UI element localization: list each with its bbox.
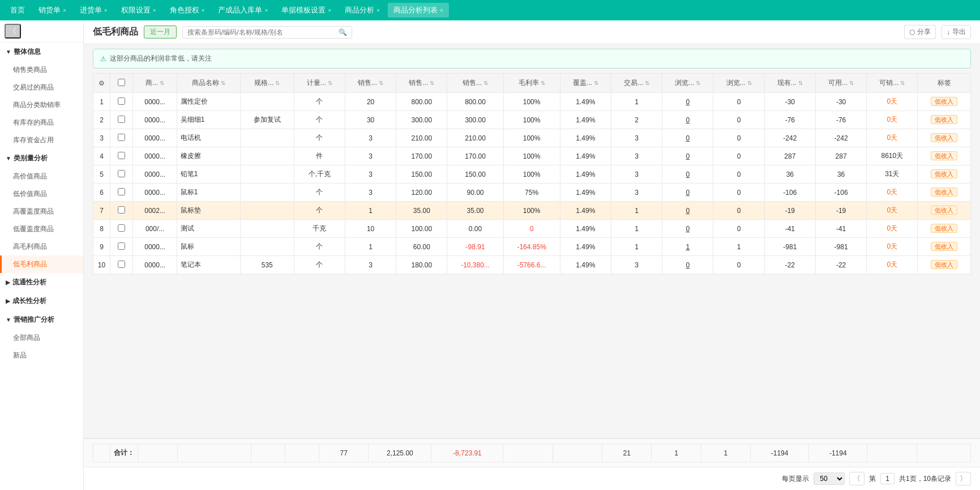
sidebar-item-all-goods[interactable]: 全部商品 [0, 329, 83, 347]
nav-close-product[interactable]: × [264, 7, 268, 14]
pagination-bar: 每页显示 50 100 200 〈 第 1 共1页，10条记录 〉 [84, 467, 980, 490]
col-name[interactable]: 商品名称 ⇅ [177, 74, 240, 93]
row-checkbox[interactable] [110, 165, 133, 184]
nav-sales-order[interactable]: 销货单 × [33, 3, 72, 18]
nav-close-list[interactable]: × [440, 7, 443, 14]
select-all-checkbox[interactable] [118, 79, 125, 86]
col-unit[interactable]: 计量... ⇅ [294, 74, 345, 93]
row-name: 橡皮擦 [177, 147, 240, 165]
sidebar-section-overall[interactable]: ▼ 整体信息 [0, 42, 83, 61]
sidebar-item-new-goods[interactable]: 新品 [0, 347, 83, 364]
nav-close-permissions[interactable]: × [153, 7, 156, 14]
nav-close-template[interactable]: × [328, 7, 331, 14]
nav-template-settings[interactable]: 单据模板设置 × [276, 3, 337, 18]
col-spec[interactable]: 规格... ⇅ [240, 74, 294, 93]
nav-product-analysis[interactable]: 商品分析 × [339, 3, 386, 18]
row-checkbox[interactable] [110, 202, 133, 220]
nav-product-entry[interactable]: 产成品入库单 × [212, 3, 273, 18]
sidebar-item-category-rate[interactable]: 商品分类助销率 [0, 96, 83, 114]
sidebar-collapse-btn[interactable]: 《 [5, 24, 21, 39]
nav-permissions[interactable]: 权限设置 × [115, 3, 162, 18]
nav-close-purchase[interactable]: × [104, 7, 108, 14]
sidebar-item-sales-goods[interactable]: 销售类商品 [0, 61, 83, 79]
sidebar-item-stock-goods[interactable]: 有库存的商品 [0, 114, 83, 131]
row-checkbox[interactable] [110, 147, 133, 165]
row-checkbox[interactable] [110, 184, 133, 202]
row-views1[interactable]: 0 [662, 202, 713, 220]
row-checkbox[interactable] [110, 93, 133, 111]
page-size-select[interactable]: 50 100 200 [814, 472, 845, 485]
row-number: 3 [93, 129, 110, 147]
prev-page-btn[interactable]: 〈 [849, 472, 865, 485]
filter-period-btn[interactable]: 近一月 [144, 25, 177, 39]
col-views2[interactable]: 浏览... ⇅ [713, 74, 764, 93]
sidebar-item-high-coverage[interactable]: 高覆盖度商品 [0, 203, 83, 220]
row-checkbox[interactable] [110, 129, 133, 147]
next-page-btn[interactable]: 〉 [956, 472, 971, 485]
sidebar-section-growth[interactable]: ▶ 成长性分析 [0, 292, 83, 310]
sidebar-item-traded-goods[interactable]: 交易过的商品 [0, 79, 83, 96]
col-sellable[interactable]: 可销... ⇅ [867, 74, 918, 93]
row-views1[interactable]: 0 [662, 147, 713, 165]
col-current-stock[interactable]: 现有... ⇅ [764, 74, 815, 93]
row-checkbox[interactable] [110, 220, 133, 238]
row-views1[interactable]: 1 [662, 238, 713, 256]
row-coverage: 1.49% [560, 129, 611, 147]
sidebar-item-low-coverage[interactable]: 低覆盖度商品 [0, 220, 83, 238]
table-row: 2 0000... 吴细细1 参加复试 个 30 300.00 300.00 1… [93, 111, 971, 129]
sort-transactions: ⇅ [645, 80, 649, 86]
sidebar-section-marketing[interactable]: ▼ 营销推广分析 [0, 310, 83, 329]
nav-home[interactable]: 首页 [5, 3, 31, 18]
row-checkbox[interactable] [110, 256, 133, 274]
row-code: 0000... [133, 111, 177, 129]
row-checkbox[interactable] [110, 238, 133, 256]
row-views1[interactable]: 0 [662, 129, 713, 147]
col-gross-margin[interactable]: 毛利率 ⇅ [503, 74, 560, 93]
col-views1[interactable]: 浏览... ⇅ [662, 74, 713, 93]
col-coverage[interactable]: 覆盖... ⇅ [560, 74, 611, 93]
sidebar-item-high-margin[interactable]: 高毛利商品 [0, 238, 83, 255]
row-sales-qty: 20 [345, 93, 396, 111]
row-unit: 个 [294, 256, 345, 274]
nav-close-analysis[interactable]: × [376, 7, 380, 14]
row-views1[interactable]: 0 [662, 184, 713, 202]
search-icon[interactable]: 🔍 [339, 28, 347, 36]
search-input[interactable] [187, 28, 339, 36]
row-tag: 低收入 [918, 93, 971, 111]
col-sales-profit[interactable]: 销售... ⇅ [447, 74, 503, 93]
row-checkbox[interactable] [110, 111, 133, 129]
row-sales-profit: 150.00 [447, 165, 503, 184]
row-views1[interactable]: 0 [662, 220, 713, 238]
row-sales-profit: 210.00 [447, 129, 503, 147]
sidebar-item-low-value[interactable]: 低价值商品 [0, 185, 83, 203]
nav-close-sales[interactable]: × [63, 7, 66, 14]
nav-purchase[interactable]: 进货单 × [74, 3, 113, 18]
col-sales-qty[interactable]: 销售... ⇅ [345, 74, 396, 93]
nav-close-role[interactable]: × [202, 7, 205, 14]
sidebar-item-stock-fund[interactable]: 库存资金占用 [0, 131, 83, 149]
export-btn[interactable]: ↓ 导出 [942, 25, 971, 39]
row-views1[interactable]: 0 [662, 165, 713, 184]
row-views1[interactable]: 0 [662, 256, 713, 274]
sidebar-section-circulation[interactable]: ▶ 流通性分析 [0, 273, 83, 292]
col-sales-price[interactable]: 销售... ⇅ [396, 74, 447, 93]
share-btn[interactable]: ⬡ 分享 [904, 25, 936, 39]
sidebar-section-category[interactable]: ▼ 类别量分析 [0, 149, 83, 168]
row-views2: 0 [713, 202, 764, 220]
row-sellable: 0天 [867, 111, 918, 129]
row-number: 10 [93, 256, 110, 274]
main-content: 低毛利商品 近一月 🔍 ⬡ 分享 ↓ 导出 ⚠ 这部分商品的利润非常低，请关注 [84, 20, 980, 490]
nav-role-auth[interactable]: 角色授权 × [164, 3, 211, 18]
nav-analysis-list[interactable]: 商品分析列表 × [388, 3, 449, 18]
col-transactions[interactable]: 交易... ⇅ [611, 74, 662, 93]
col-checkbox-header[interactable] [110, 74, 133, 93]
sidebar-item-high-value[interactable]: 高价值商品 [0, 168, 83, 185]
row-views1[interactable]: 0 [662, 111, 713, 129]
row-transactions: 3 [611, 129, 662, 147]
col-code[interactable]: 商... ⇅ [133, 74, 177, 93]
col-available[interactable]: 可用... ⇅ [815, 74, 866, 93]
col-settings[interactable]: ⚙ [93, 74, 110, 93]
sidebar-item-low-margin[interactable]: 低毛利商品 [0, 255, 83, 273]
row-views1[interactable]: 0 [662, 93, 713, 111]
row-spec [240, 238, 294, 256]
